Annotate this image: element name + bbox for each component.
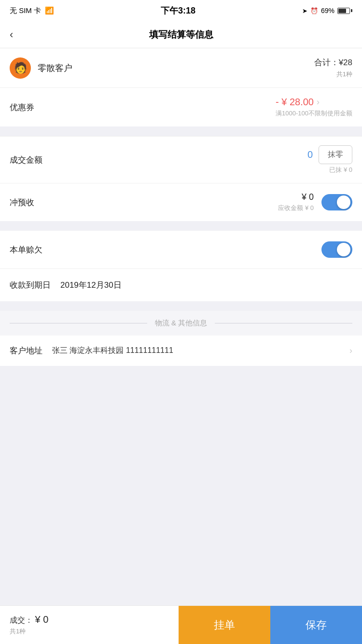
prepayment-toggle[interactable]: [321, 194, 352, 210]
coupon-amount: - ¥ 28.00: [276, 97, 314, 108]
debit-label: 本单赊欠: [10, 244, 42, 255]
bottom-bar: 成交： ¥ 0 共1种 挂单 保存: [0, 605, 362, 644]
avatar-icon: 🧑: [14, 62, 27, 74]
status-bar: 无 SIM 卡 📶 下午3:18 ➤ ⏰ 69%: [0, 0, 362, 21]
customer-count: 共1种: [314, 70, 352, 79]
page-title: 填写结算等信息: [149, 28, 213, 41]
customer-name: 零散客户: [38, 62, 72, 74]
status-time: 下午3:18: [161, 5, 195, 16]
deal-amount-right: 0 抹零 已抹 ¥ 0: [307, 145, 352, 174]
deal-amount-sub: 已抹 ¥ 0: [307, 166, 352, 174]
customer-total: 合计：¥28: [314, 57, 352, 68]
prepayment-sub: 应收金额 ¥ 0: [278, 204, 314, 212]
deal-amount-value: 0: [307, 149, 313, 160]
prepayment-row: 冲预收 ¥ 0 应收金额 ¥ 0: [0, 183, 362, 221]
no-sim-text: 无 SIM 卡: [10, 6, 41, 15]
prepayment-value: ¥ 0: [278, 192, 314, 202]
hang-button[interactable]: 挂单: [179, 606, 270, 644]
logistics-text: 物流 & 其他信息: [147, 319, 215, 328]
deal-amount-wrap: 0 抹零 已抹 ¥ 0: [307, 145, 352, 174]
prepayment-right: ¥ 0 应收金额 ¥ 0: [278, 192, 352, 212]
deal-amount-section: 成交金额 0 抹零 已抹 ¥ 0 冲预收 ¥ 0 应收金额 ¥ 0: [0, 136, 362, 221]
bottom-deal-label: 成交：: [10, 616, 33, 624]
status-right: ➤ ⏰ 69%: [302, 7, 352, 14]
address-row[interactable]: 客户地址 张三 海淀永丰科技园 11111111111 ›: [0, 336, 362, 366]
customer-left: 🧑 零散客户: [10, 57, 72, 79]
coupon-right: - ¥ 28.00 › 满1000-100不限制使用金额: [276, 97, 352, 118]
address-value: 张三 海淀永丰科技园 11111111111: [52, 346, 346, 356]
prepayment-wrap: ¥ 0 应收金额 ¥ 0: [278, 192, 314, 212]
customer-avatar: 🧑: [10, 57, 31, 79]
deal-amount-row: 成交金额 0 抹零 已抹 ¥ 0: [0, 136, 362, 183]
deal-amount-label: 成交金额: [10, 154, 42, 166]
location-icon: ➤: [302, 7, 307, 14]
customer-row: 🧑 零散客户 合计：¥28 共1种: [0, 48, 362, 87]
address-chevron-icon: ›: [349, 346, 352, 356]
nav-bar: ‹ 填写结算等信息: [0, 21, 362, 48]
coupon-row[interactable]: 优惠券 - ¥ 28.00 › 满1000-100不限制使用金额: [0, 87, 362, 126]
logistics-divider: 物流 & 其他信息: [0, 311, 362, 336]
coupon-label: 优惠券: [10, 102, 34, 113]
battery-icon: [337, 8, 352, 14]
divider-2: [0, 226, 362, 231]
due-date-row: 收款到期日 2019年12月30日: [0, 268, 362, 301]
customer-section: 🧑 零散客户 合计：¥28 共1种 优惠券 - ¥ 28.00 › 满1000-…: [0, 48, 362, 126]
logistics-line-left: [10, 323, 147, 323]
prepayment-label: 冲预收: [10, 197, 34, 208]
back-button[interactable]: ‹: [10, 28, 13, 41]
coupon-desc: 满1000-100不限制使用金额: [276, 109, 352, 118]
alarm-icon: ⏰: [310, 7, 318, 14]
status-left: 无 SIM 卡 📶: [10, 6, 54, 15]
bottom-info: 成交： ¥ 0 共1种: [0, 614, 179, 636]
debit-toggle[interactable]: [321, 241, 352, 258]
wifi-icon: 📶: [45, 6, 54, 15]
due-date-label: 收款到期日: [10, 280, 51, 291]
bottom-spacer: [0, 371, 362, 414]
debit-section: 本单赊欠 收款到期日 2019年12月30日: [0, 231, 362, 301]
bottom-count: 共1种: [10, 627, 169, 636]
address-label: 客户地址: [10, 345, 42, 356]
customer-right: 合计：¥28 共1种: [314, 57, 352, 79]
logistics-line-right: [215, 323, 352, 323]
coupon-chevron-icon: ›: [317, 97, 320, 107]
divider-3: [0, 306, 362, 311]
bottom-deal-amount: ¥ 0: [35, 614, 48, 625]
address-section: 客户地址 张三 海淀永丰科技园 11111111111 ›: [0, 336, 362, 366]
bottom-deal-row: 成交： ¥ 0: [10, 614, 169, 626]
debit-row: 本单赊欠: [0, 231, 362, 268]
divider-1: [0, 131, 362, 136]
save-button[interactable]: 保存: [270, 606, 362, 644]
due-date-value: 2019年12月30日: [60, 280, 122, 291]
battery-text: 69%: [321, 7, 334, 14]
round-zero-button[interactable]: 抹零: [319, 145, 352, 164]
